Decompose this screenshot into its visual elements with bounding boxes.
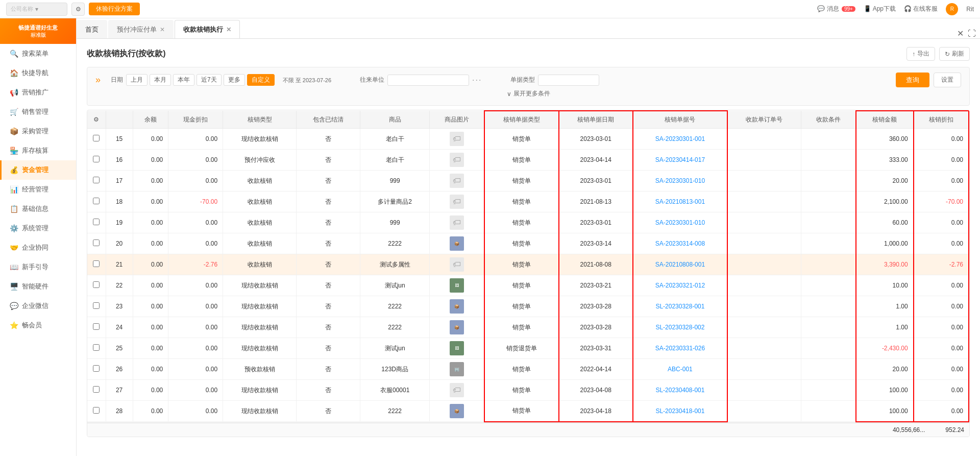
doc-no-link[interactable]: SA-20230321-012 (655, 282, 705, 289)
cell-include-settled: 否 (297, 380, 360, 401)
doc-no-link[interactable]: SA-20230331-026 (655, 345, 705, 352)
date-btn-last-month[interactable]: 上月 (126, 74, 148, 86)
cell-balance: 0.00 (133, 338, 168, 359)
cell-check[interactable] (87, 212, 106, 233)
cell-check[interactable] (87, 401, 106, 422)
date-label: 日期 (111, 76, 123, 84)
tab-receivable[interactable]: 收款核销执行 ✕ (175, 20, 240, 38)
cell-check[interactable] (87, 275, 106, 296)
date-btn-this-year[interactable]: 本年 (173, 74, 194, 86)
doc-no-link[interactable]: SA-20230314-008 (655, 240, 705, 247)
cell-writeoff-discount: 0.00 (914, 212, 969, 233)
sidebar-item-search[interactable]: 🔍搜索菜单 (0, 44, 76, 63)
settings-button[interactable]: ⚙ (71, 3, 85, 16)
sidebar-item-finance[interactable]: 💰资金管理 (0, 160, 76, 180)
export-button[interactable]: ↑ 导出 (906, 47, 935, 61)
date-range-text: 不限 至 2023-07-26 (283, 77, 331, 84)
cell-check[interactable] (87, 233, 106, 254)
cell-check[interactable] (87, 129, 106, 150)
sidebar-item-hardware[interactable]: 🖥️智能硬件 (0, 277, 76, 296)
doc-no-link[interactable]: SL-20230328-001 (655, 303, 704, 310)
cell-check[interactable] (87, 380, 106, 401)
row-checkbox[interactable] (93, 260, 100, 267)
sidebar-item-enterprise[interactable]: 🤝企业协同 (0, 238, 76, 257)
cell-check[interactable] (87, 191, 106, 212)
row-checkbox[interactable] (93, 177, 100, 183)
tab-home[interactable]: 首页 (77, 20, 107, 38)
sidebar-item-inventory[interactable]: 🏪库存核算 (0, 141, 76, 160)
tab-receivable-close[interactable]: ✕ (226, 26, 231, 33)
doc-type-select[interactable] (538, 75, 599, 86)
row-checkbox[interactable] (93, 239, 100, 246)
cell-check[interactable] (87, 359, 106, 380)
cell-check[interactable] (87, 254, 106, 275)
doc-no-link[interactable]: SL-20230328-002 (655, 324, 704, 331)
row-checkbox[interactable] (93, 219, 100, 225)
expand-more[interactable]: ∨ 展开更多条件 (95, 87, 961, 100)
sidebar-item-basic[interactable]: 📋基础信息 (0, 199, 76, 219)
expand-toggle-icon[interactable]: » (95, 75, 101, 85)
cell-check[interactable] (87, 338, 106, 359)
row-checkbox[interactable] (93, 198, 100, 204)
sidebar-item-shortcut[interactable]: 🏠快捷导航 (0, 63, 76, 83)
row-checkbox[interactable] (93, 281, 100, 288)
row-checkbox[interactable] (93, 344, 100, 351)
sidebar-item-operation[interactable]: 📊经营管理 (0, 180, 76, 199)
sidebar-item-purchase[interactable]: 📦采购管理 (0, 122, 76, 141)
date-btn-custom[interactable]: 自定义 (247, 74, 275, 86)
doc-no-link[interactable]: SA-20230301-010 (655, 177, 705, 184)
cell-check[interactable] (87, 150, 106, 171)
doc-no-link[interactable]: SL-20230408-001 (655, 387, 704, 394)
cell-check[interactable] (87, 317, 106, 338)
tab-prepay[interactable]: 预付冲应付单 ✕ (108, 20, 174, 38)
refresh-button[interactable]: ↻ 刷新 (939, 47, 970, 61)
setting-button[interactable]: 设置 (934, 73, 961, 87)
cell-check[interactable] (87, 171, 106, 191)
doc-no-link[interactable]: SA-20210813-001 (655, 198, 705, 205)
sidebar-item-wechat[interactable]: 💬企业微信 (0, 296, 76, 316)
cell-receipt-order-no (727, 275, 801, 296)
col-settings[interactable]: ⚙ (87, 111, 106, 129)
row-checkbox[interactable] (93, 323, 100, 330)
sidebar-item-member[interactable]: ⭐畅会员 (0, 316, 76, 335)
sidebar-item-marketing[interactable]: 📢营销推广 (0, 83, 76, 102)
cell-writeoff-doc-date: 2023-03-21 (559, 275, 633, 296)
col-cash-discount: 现金折扣 (168, 111, 223, 129)
source-unit-input[interactable] (387, 75, 469, 86)
row-checkbox[interactable] (93, 365, 100, 372)
sidebar-label-search: 搜索菜单 (22, 49, 48, 58)
doc-no-link[interactable]: SA-20230301-001 (655, 135, 705, 142)
online-service[interactable]: 🎧 在线客服 (904, 5, 938, 13)
date-btn-7days[interactable]: 近7天 (197, 74, 222, 86)
date-btn-this-month[interactable]: 本月 (150, 74, 171, 86)
company-select[interactable]: 公司名称 ▾ (6, 3, 67, 16)
row-checkbox[interactable] (93, 156, 100, 162)
doc-type-label: 单据类型 (510, 76, 535, 84)
user-avatar[interactable]: R (946, 3, 958, 15)
notifications[interactable]: 💬 消息 99+ (817, 5, 855, 13)
sidebar-items: 🔍搜索菜单🏠快捷导航📢营销推广🛒销售管理📦采购管理🏪库存核算💰资金管理📊经营管理… (0, 44, 76, 335)
row-checkbox[interactable] (93, 135, 100, 141)
cell-writeoff-type: 预付冲应收 (223, 150, 297, 171)
date-btn-more[interactable]: 更多 (224, 74, 245, 86)
cell-writeoff-doc-type: 销货单 (484, 401, 558, 422)
doc-no-link[interactable]: SA-20210808-001 (655, 261, 705, 268)
row-checkbox[interactable] (93, 407, 100, 414)
app-download[interactable]: 📱 App下载 (864, 5, 896, 13)
row-checkbox[interactable] (93, 386, 100, 393)
tab-maximize-icon[interactable]: ⛶ (968, 29, 976, 38)
sidebar-item-sales[interactable]: 🛒销售管理 (0, 102, 76, 122)
doc-no-link[interactable]: SA-20230301-010 (655, 219, 705, 226)
row-checkbox[interactable] (93, 302, 100, 309)
cell-check[interactable] (87, 296, 106, 317)
tab-prepay-close[interactable]: ✕ (160, 26, 165, 33)
doc-no-link[interactable]: ABC-001 (668, 366, 693, 373)
table-row: 23 0.00 0.00 现结收款核销 否 2222 📦 销货单 2023-03… (87, 296, 969, 317)
tab-minimize-icon[interactable]: ✕ (957, 29, 964, 38)
doc-no-link[interactable]: SL-20230418-001 (655, 407, 704, 415)
search-button[interactable]: 查询 (896, 73, 929, 87)
doc-no-link[interactable]: SA-20230414-017 (655, 156, 705, 163)
sidebar-item-system[interactable]: ⚙️系统管理 (0, 219, 76, 238)
sidebar-item-guide[interactable]: 📖新手引导 (0, 257, 76, 277)
industry-button[interactable]: 休验行业方案 (89, 3, 140, 15)
